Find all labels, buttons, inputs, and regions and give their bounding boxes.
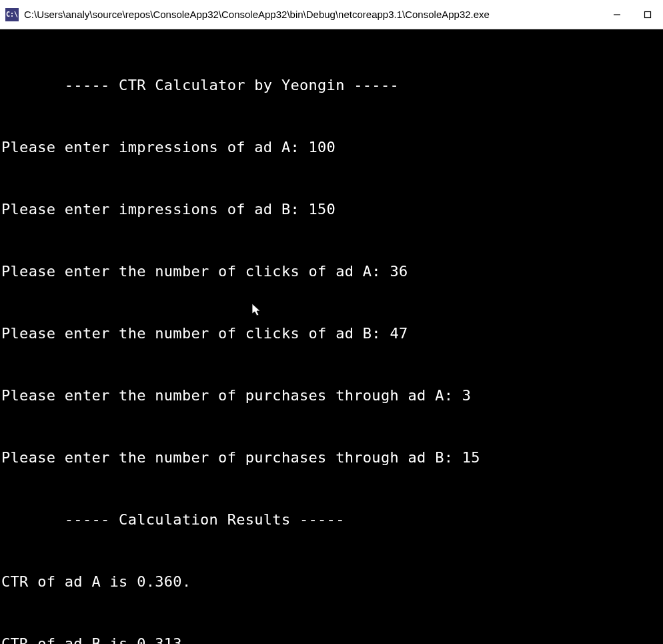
console-line: ----- Calculation Results -----: [1, 509, 662, 530]
svg-rect-1: [645, 11, 651, 17]
mouse-cursor-icon: [251, 303, 262, 318]
console-line: ----- CTR Calculator by Yeongin -----: [1, 75, 662, 95]
console-line: Please enter the number of purchases thr…: [1, 385, 662, 406]
window-titlebar: C:\ C:\Users\analy\source\repos\ConsoleA…: [0, 0, 663, 29]
maximize-icon: [644, 11, 652, 19]
minimize-icon: [613, 11, 621, 19]
console-line: Please enter impressions of ad B: 150: [1, 199, 662, 220]
maximize-button[interactable]: [632, 0, 663, 29]
console-line: Please enter the number of clicks of ad …: [1, 261, 662, 282]
console-line: CTR of ad B is 0.313.: [1, 633, 662, 644]
window-title: C:\Users\analy\source\repos\ConsoleApp32…: [24, 9, 602, 20]
app-icon: C:\: [5, 8, 19, 21]
app-icon-label: C:\: [6, 11, 18, 18]
console-line: Please enter the number of purchases thr…: [1, 447, 662, 468]
console-line: Please enter impressions of ad A: 100: [1, 137, 662, 157]
console-line: CTR of ad A is 0.360.: [1, 571, 662, 592]
minimize-button[interactable]: [602, 0, 632, 29]
window-controls: [602, 0, 663, 29]
console-output[interactable]: ----- CTR Calculator by Yeongin ----- Pl…: [0, 29, 663, 644]
console-line: Please enter the number of clicks of ad …: [1, 323, 662, 344]
